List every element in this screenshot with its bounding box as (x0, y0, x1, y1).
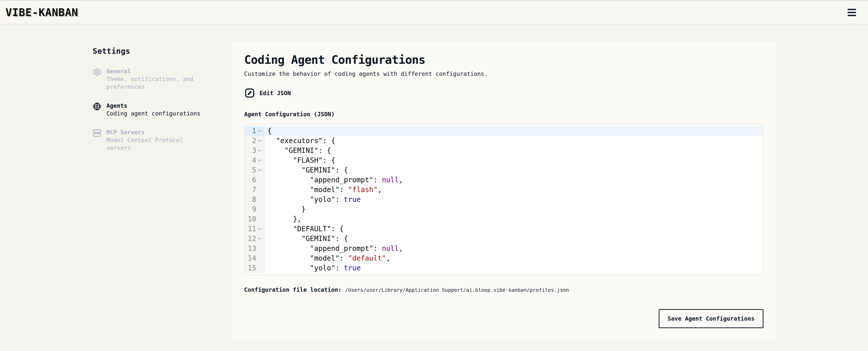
code-line[interactable]: 12 "GEMINI": { (245, 234, 763, 244)
code-line[interactable]: 10 }, (245, 214, 763, 224)
sidebar-item-label: General (106, 68, 207, 75)
line-number: 9 (245, 204, 256, 214)
fold-chevron-icon[interactable] (258, 128, 261, 132)
line-number: 12 (245, 234, 256, 244)
gutter: 13 (245, 244, 265, 253)
gear-icon (93, 68, 101, 76)
gutter: 14 (245, 253, 265, 263)
sidebar-item-description: Coding agent configurations (106, 110, 207, 117)
code-line[interactable]: 3 "GEMINI": { (245, 146, 763, 155)
gutter: 6 (245, 175, 265, 185)
line-number: 14 (245, 253, 256, 263)
code-line[interactable]: 7 "model": "flash", (245, 185, 763, 195)
code-line-content[interactable]: "GEMINI": { (265, 146, 763, 155)
edit-json-label: Edit JSON (259, 90, 291, 96)
code-line[interactable]: 5 "GEMINI": { (245, 165, 763, 175)
fold-chevron-icon[interactable] (258, 138, 261, 142)
code-line-content[interactable]: "append_prompt": null, (265, 175, 763, 185)
code-line[interactable]: 2 "executors": { (245, 136, 763, 146)
line-number: 15 (245, 263, 256, 273)
gutter: 12 (245, 234, 265, 244)
line-number: 1 (245, 126, 256, 136)
code-line[interactable]: 13 "append_prompt": null, (245, 244, 763, 253)
gutter: 10 (245, 214, 265, 224)
code-line-content[interactable]: }, (265, 214, 763, 224)
gutter: 1 (245, 126, 265, 136)
page-content: Settings General Theme, notifications, a… (93, 25, 776, 340)
sidebar-item-agents[interactable]: Agents Coding agent configurations (93, 102, 216, 117)
gutter: 2 (245, 136, 265, 146)
line-number: 8 (245, 195, 256, 204)
edit-json-button[interactable]: Edit JSON (244, 87, 291, 98)
file-location-row: Configuration file location: /Users/user… (244, 286, 764, 293)
fold-chevron-icon[interactable] (258, 168, 261, 171)
code-line-content[interactable]: "yolo": true (265, 195, 763, 204)
code-line-content[interactable]: { (265, 126, 763, 136)
app-header: VIBE-KANBAN (0, 1, 868, 25)
hamburger-menu-button[interactable] (846, 7, 858, 17)
file-location-label: Configuration file location: (244, 286, 342, 293)
settings-sidebar: Settings General Theme, notifications, a… (93, 41, 216, 163)
gutter: 7 (245, 185, 265, 195)
cpu-icon (93, 102, 101, 111)
code-line-content[interactable]: "executors": { (265, 136, 763, 146)
code-line[interactable]: 6 "append_prompt": null, (245, 175, 763, 185)
sidebar-item-description: Model Context Protocol servers (106, 136, 207, 152)
code-line-content[interactable]: "model": "flash", (265, 185, 763, 195)
gutter: 9 (245, 204, 265, 214)
code-line[interactable]: 15 "yolo": true (245, 263, 763, 273)
settings-nav: General Theme, notifications, and prefer… (93, 68, 216, 152)
fold-chevron-icon[interactable] (258, 236, 261, 240)
line-number: 5 (245, 165, 256, 175)
page-subtitle: Customize the behavior of coding agents … (244, 71, 764, 77)
line-number: 13 (245, 244, 256, 253)
gutter: 4 (245, 155, 265, 165)
code-line[interactable]: 14 "model": "default", (245, 253, 763, 263)
save-agent-configurations-button[interactable]: Save Agent Configurations (659, 309, 763, 328)
hamburger-menu-icon (848, 9, 856, 10)
code-line-content[interactable]: "GEMINI": { (265, 165, 763, 175)
line-number: 3 (245, 146, 256, 155)
file-location-path: /Users/user/Library/Application Support/… (345, 287, 569, 293)
code-line-content[interactable]: } (265, 204, 763, 214)
actions-row: Save Agent Configurations (244, 309, 764, 328)
code-line-content[interactable]: "GEMINI": { (265, 234, 763, 244)
app-logo[interactable]: VIBE-KANBAN (5, 6, 78, 19)
code-line-content[interactable]: "FLASH": { (265, 155, 763, 165)
line-number: 7 (245, 185, 256, 195)
json-code-editor[interactable]: 1{2 "executors": {3 "GEMINI": {4 "FLASH"… (244, 124, 764, 275)
sidebar-item-mcp-servers[interactable]: MCP Servers Model Context Protocol serve… (93, 129, 216, 152)
agent-configurations-panel: Coding Agent Configurations Customize th… (232, 41, 776, 340)
sidebar-item-label: Agents (106, 102, 207, 110)
square-pen-icon (244, 87, 255, 98)
line-number: 2 (245, 136, 256, 146)
line-number: 4 (245, 155, 256, 165)
gutter: 5 (245, 165, 265, 175)
line-number: 6 (245, 175, 256, 185)
code-line-content[interactable]: "yolo": true (265, 263, 763, 273)
code-line[interactable]: 9 } (245, 204, 763, 214)
fold-chevron-icon[interactable] (258, 148, 261, 151)
code-line-content[interactable]: "model": "default", (265, 253, 763, 263)
server-icon (93, 129, 101, 137)
gutter: 11 (245, 224, 265, 234)
line-number: 11 (245, 224, 256, 234)
code-line-content[interactable]: "append_prompt": null, (265, 244, 763, 253)
code-line[interactable]: 11 "DEFAULT": { (245, 224, 763, 234)
fold-chevron-icon[interactable] (258, 158, 261, 161)
gutter: 8 (245, 195, 265, 204)
gutter: 3 (245, 146, 265, 155)
editor-label: Agent Configuration (JSON) (244, 111, 764, 117)
code-line[interactable]: 8 "yolo": true (245, 195, 763, 204)
sidebar-item-general[interactable]: General Theme, notifications, and prefer… (93, 68, 216, 91)
code-line[interactable]: 1{ (245, 126, 763, 136)
fold-chevron-icon[interactable] (258, 226, 261, 230)
sidebar-item-label: MCP Servers (106, 129, 207, 136)
line-number: 10 (245, 214, 256, 224)
sidebar-title: Settings (93, 46, 216, 56)
page-title: Coding Agent Configurations (244, 53, 764, 67)
code-line-content[interactable]: "DEFAULT": { (265, 224, 763, 234)
gutter: 15 (245, 263, 265, 273)
code-line[interactable]: 4 "FLASH": { (245, 155, 763, 165)
sidebar-item-description: Theme, notifications, and preferences (106, 75, 207, 91)
